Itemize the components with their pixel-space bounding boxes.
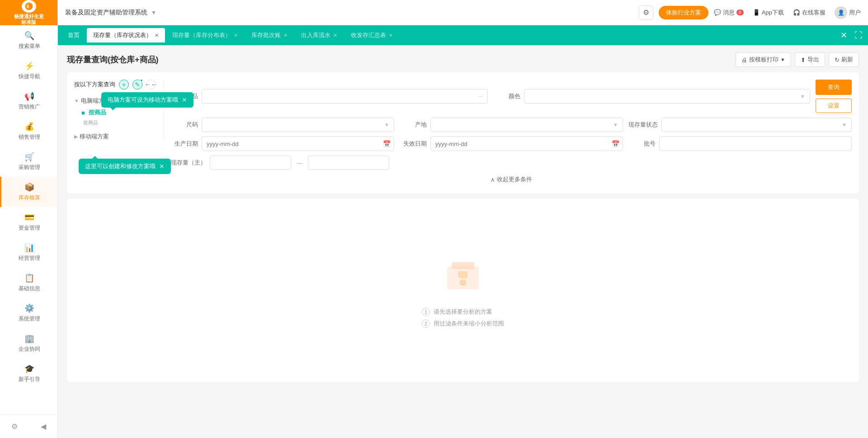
goods-select-dots: ··· xyxy=(479,94,483,99)
tab-inventory-dist[interactable]: 现存量（库存分布表） ✕ xyxy=(166,28,244,42)
dot-indicator xyxy=(140,79,143,82)
filter-group-expire-date: 失效日期 📅 xyxy=(400,137,623,151)
filter-collapse-btn[interactable]: ∧ 收起更多条件 xyxy=(171,173,852,186)
export-button[interactable]: ⬆ 导出 xyxy=(795,52,825,67)
reset-button[interactable]: 设置 xyxy=(816,99,852,113)
system-dropdown-arrow[interactable]: ▼ xyxy=(151,9,156,16)
service-icon: 🎧 xyxy=(793,9,800,16)
tab-collect[interactable]: 收发存汇总表 ✕ xyxy=(344,28,399,42)
size-select[interactable]: ▼ xyxy=(202,118,394,132)
tab-inventory-status[interactable]: 现存量（库存状况表） ✕ xyxy=(87,28,165,42)
add-scheme-btn[interactable]: + xyxy=(119,80,129,89)
tab-batch[interactable]: 库存批次账 ✕ xyxy=(245,28,294,42)
scheme-mobile[interactable]: ▶ 移动端方案 xyxy=(74,131,156,142)
tip-num-1: 1 xyxy=(422,308,430,316)
tip-num-2: 2 xyxy=(422,320,430,328)
filter-row-3: 生产日期 📅 失效日期 📅 xyxy=(171,137,852,151)
sidebar-item-search[interactable]: 🔍 搜索菜单 xyxy=(0,25,57,56)
sidebar-item-marketing[interactable]: 📢 营销推广 xyxy=(0,86,57,116)
stock-qty-end-input[interactable] xyxy=(308,155,389,170)
logo-icon: 6 xyxy=(22,0,36,13)
tab-close-collect[interactable]: ✕ xyxy=(389,33,393,38)
svg-rect-4 xyxy=(458,271,467,278)
svg-point-8 xyxy=(465,281,466,283)
search-icon: 🔍 xyxy=(24,31,34,41)
expire-date-input[interactable] xyxy=(430,137,623,151)
expire-date-calendar-icon: 📅 xyxy=(612,140,619,147)
svg-text:6: 6 xyxy=(27,4,29,9)
tooltip1-close[interactable]: ✕ xyxy=(182,96,187,104)
origin-select-arrow: ▼ xyxy=(613,122,618,127)
experience-button[interactable]: 体验行业方案 xyxy=(659,6,708,19)
stock-status-select[interactable]: ▼ xyxy=(661,118,852,132)
sidebar-item-quicknav[interactable]: ⚡ 快捷导航 xyxy=(0,56,57,86)
sidebar-item-guide[interactable]: 🎓 新手引导 xyxy=(0,358,57,389)
sidebar-item-finance[interactable]: 💳 资金管理 xyxy=(0,207,57,237)
filter-group-stock-qty: 现存量（主） — xyxy=(171,155,852,170)
query-button[interactable]: 查询 xyxy=(816,80,852,95)
gear-button[interactable]: ⚙ xyxy=(639,5,653,20)
color-select-arrow: ▼ xyxy=(800,94,805,99)
filter-group-color: 颜色 ▼ xyxy=(493,89,810,104)
sidebar-item-inventory[interactable]: 📦 库存核算 xyxy=(0,177,57,207)
query-btn-group: 查询 设置 xyxy=(816,80,852,113)
refresh-button[interactable]: ↻ 刷新 xyxy=(829,52,859,67)
sidebar-bottom: ⚙ ◀ xyxy=(0,414,57,438)
sidebar-item-sales[interactable]: 💰 销售管理 xyxy=(0,116,57,146)
filter-fields: 商品 ··· 颜色 ▼ xyxy=(171,80,852,186)
range-separator: — xyxy=(295,160,304,166)
tab-right-actions: ✕ ⛶ xyxy=(839,28,864,42)
tab-fullscreen-btn[interactable]: ⛶ xyxy=(853,29,864,42)
sidebar: 6 畅捷通好生意 标准版 🔍 搜索菜单 ⚡ 快捷导航 📢 营销推广 💰 销售管理… xyxy=(0,0,58,438)
goods-select[interactable]: ··· xyxy=(202,89,488,104)
inventory-icon: 📦 xyxy=(24,182,34,192)
settings-bottom-btn[interactable]: ⚙ xyxy=(9,420,19,433)
logo-text: 畅捷通好生意 标准版 xyxy=(14,14,44,25)
print-button[interactable]: 🖨 按模板打印 ▼ xyxy=(736,52,791,67)
size-select-arrow: ▼ xyxy=(384,122,389,127)
header-right: 💬 消息 8 📱 App下载 🎧 在线客服 👤 用户 xyxy=(714,6,861,19)
filter-panel: 按以下方案查询 + ✎ ←← 电脑方案可设为移动方案哦 ✕ xyxy=(67,72,859,193)
message-item[interactable]: 💬 消息 8 xyxy=(714,9,744,17)
tab-inout[interactable]: 出入库流水 ✕ xyxy=(295,28,344,42)
page-title: 现存量查询(按仓库+商品) xyxy=(67,54,159,65)
tab-close-all-btn[interactable]: ✕ xyxy=(839,28,849,42)
filter-row-4: 现存量（主） — xyxy=(171,155,852,170)
origin-select[interactable]: ▼ xyxy=(430,118,623,132)
stock-qty-start-input[interactable] xyxy=(210,155,291,170)
back-scheme-btn[interactable]: ←← xyxy=(146,80,156,89)
tab-close-batch[interactable]: ✕ xyxy=(283,33,288,38)
edit-scheme-btn[interactable]: ✎ xyxy=(132,80,142,89)
empty-tips: 1 请先选择要分析的方案 2 用过滤条件来缩小分析范围 xyxy=(422,308,504,328)
tab-close-inventory-status[interactable]: ✕ xyxy=(155,33,159,38)
color-select[interactable]: ▼ xyxy=(524,89,810,104)
sidebar-item-basic[interactable]: 📋 基础信息 xyxy=(0,268,57,298)
sidebar-item-purchase[interactable]: 🛒 采购管理 xyxy=(0,146,57,177)
collapse-btn[interactable]: ◀ xyxy=(39,420,48,433)
tooltip2-close[interactable]: ✕ xyxy=(159,163,165,170)
batch-no-input[interactable] xyxy=(659,137,852,151)
app-download-item[interactable]: 📱 App下载 xyxy=(753,9,784,17)
user-item[interactable]: 👤 用户 xyxy=(835,6,861,19)
page-content: 现存量查询(按仓库+商品) 🖨 按模板打印 ▼ ⬆ 导出 ↻ 刷新 xyxy=(58,45,868,438)
tooltip-scheme-mobile: 电脑方案可设为移动方案哦 ✕ xyxy=(101,92,193,108)
tab-home[interactable]: 首页 xyxy=(61,28,86,42)
filter-group-stock-status: 现存量状态 ▼ xyxy=(628,118,852,132)
tab-close-inventory-dist[interactable]: ✕ xyxy=(234,33,238,38)
page-actions: 🖨 按模板打印 ▼ ⬆ 导出 ↻ 刷新 xyxy=(736,52,859,67)
export-icon: ⬆ xyxy=(801,57,806,63)
online-service-item[interactable]: 🎧 在线客服 xyxy=(793,9,826,17)
tab-close-inout[interactable]: ✕ xyxy=(333,33,337,38)
top-header: 装备及固定资产辅助管理系统 ▼ ⚙ 体验行业方案 💬 消息 8 📱 App下载 … xyxy=(58,0,868,25)
empty-tip-2: 2 用过滤条件来缩小分析范围 xyxy=(422,320,504,328)
produce-date-input[interactable] xyxy=(202,137,394,151)
scheme-mobile-arrow: ▶ xyxy=(74,134,78,140)
empty-state: 1 请先选择要分析的方案 2 用过滤条件来缩小分析范围 xyxy=(67,217,859,364)
sidebar-item-operation[interactable]: 📊 经营管理 xyxy=(0,237,57,268)
print-icon: 🖨 xyxy=(741,57,747,63)
sidebar-item-enterprise[interactable]: 🏢 企业协同 xyxy=(0,328,57,358)
print-dropdown-arrow: ▼ xyxy=(780,57,785,62)
system-icon: ⚙️ xyxy=(24,303,34,313)
sidebar-item-system[interactable]: ⚙️ 系统管理 xyxy=(0,298,57,328)
operation-icon: 📊 xyxy=(24,243,34,253)
